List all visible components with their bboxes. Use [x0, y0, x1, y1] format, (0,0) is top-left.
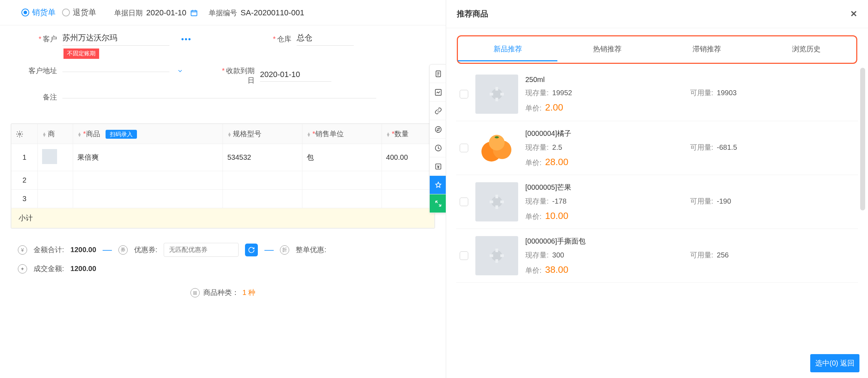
chevron-down-icon[interactable]	[177, 68, 183, 74]
svg-point-4	[435, 126, 441, 132]
radio-unselected-icon	[62, 9, 70, 16]
doc-number-field: 单据编号 SA-20200110-001	[209, 8, 305, 18]
svg-point-1	[19, 133, 21, 135]
doc-date-value: 2020-01-10	[146, 8, 187, 17]
subtotal-row: 小计	[11, 208, 435, 228]
remark-field[interactable]: 备注	[18, 92, 376, 102]
product-checkbox[interactable]	[460, 198, 468, 206]
remark-label: 备注	[43, 93, 57, 101]
product-checkbox[interactable]	[460, 144, 468, 152]
recommendation-tabs: 新品推荐 热销推荐 滞销推荐 浏览历史	[457, 35, 857, 64]
tab-slow-products[interactable]: 滞销推荐	[657, 38, 757, 61]
product-stock: 现存量:300	[525, 250, 690, 260]
customer-more-icon[interactable]: •••	[181, 35, 192, 44]
tab-browse-history[interactable]: 浏览历史	[757, 38, 856, 61]
scrollbar[interactable]	[860, 68, 865, 210]
discount-icon: 折	[280, 245, 289, 255]
list-item[interactable]: [0000005]芒果 现存量:-178 可用量:-190 单价:10.00	[456, 175, 858, 229]
product-price: 单价:2.00	[525, 102, 690, 113]
col-qty[interactable]: ▲▼*数量	[382, 124, 434, 144]
product-checkbox[interactable]	[460, 90, 468, 98]
list-item[interactable]: [0000006]手撕面包 现存量:300 可用量:256 单价:38.00	[456, 229, 858, 283]
customer-value: 苏州万达沃尔玛	[62, 32, 169, 46]
refresh-coupon-button[interactable]	[245, 244, 258, 256]
doc-number-value: SA-20200110-001	[241, 8, 305, 17]
product-checkbox[interactable]	[460, 251, 468, 260]
deal-value: 1200.00	[71, 265, 96, 273]
row-spec[interactable]: 534532	[223, 144, 302, 171]
row-unit[interactable]: 包	[302, 144, 382, 171]
product-stock: 现存量:-178	[525, 196, 690, 206]
doc-date-field[interactable]: 单据日期 2020-01-10	[114, 8, 198, 18]
calendar-icon[interactable]	[190, 9, 198, 17]
customer-badge: 不固定账期	[63, 48, 99, 59]
svg-rect-0	[191, 11, 197, 16]
rail-favorite-icon[interactable]	[430, 176, 447, 194]
side-action-rail	[429, 64, 447, 213]
minus-icon: —	[264, 244, 274, 255]
product-stock: 现存量:2.5	[525, 143, 690, 152]
address-value	[62, 70, 169, 72]
row-index: 1	[11, 144, 38, 171]
scan-input-button[interactable]: 扫码录入	[106, 130, 137, 139]
panel-title: 推荐商品	[457, 9, 488, 19]
gear-column[interactable]	[11, 124, 38, 144]
coupon-input[interactable]	[164, 243, 239, 257]
product-avail: 可用量:-190	[690, 196, 855, 206]
warehouse-field[interactable]: *仓库 总仓	[252, 32, 354, 46]
product-avail: 可用量:-681.5	[690, 143, 855, 152]
close-icon[interactable]: ✕	[850, 9, 857, 19]
bottom-product-count: ⊞ 商品种类： 1 种	[0, 281, 446, 305]
rail-currency-icon[interactable]	[430, 157, 447, 176]
rail-chart-icon[interactable]	[430, 83, 447, 102]
svg-point-11	[495, 136, 499, 138]
doc-number-label: 单据编号	[209, 8, 237, 18]
rail-notes-icon[interactable]	[430, 65, 447, 83]
product-avail: 可用量:256	[690, 250, 855, 260]
row-product[interactable]: 果倍爽	[73, 144, 223, 171]
table-row[interactable]: 2	[11, 171, 435, 190]
warehouse-value: 总仓	[297, 32, 354, 46]
address-field[interactable]: 客户地址	[18, 66, 183, 76]
table-row[interactable]: 1 果倍爽 534532 包 400.00	[11, 144, 435, 171]
table-row[interactable]: 3	[11, 190, 435, 208]
rail-receive-icon[interactable]	[430, 139, 447, 157]
rail-transfer-icon[interactable]	[430, 120, 447, 139]
sales-order-form: 销货单 退货单 单据日期 2020-01-10 单据编号 SA-20200110…	[0, 0, 446, 378]
col-product[interactable]: ▲▼*商品 扫码录入	[73, 124, 223, 144]
order-type-tabs: 销货单 退货单	[14, 4, 103, 21]
product-name: [0000005]芒果	[525, 183, 854, 192]
minus-icon: —	[103, 244, 112, 255]
row-qty[interactable]: 400.00	[382, 144, 434, 171]
col-unit[interactable]: ▲▼*销售单位	[302, 124, 382, 144]
product-name: [0000004]橘子	[525, 129, 854, 138]
list-item[interactable]: [0000004]橘子 现存量:2.5 可用量:-681.5 单价:28.00	[456, 121, 858, 175]
customer-label: 客户	[43, 35, 57, 43]
subtotal-label: 小计	[11, 208, 435, 228]
tab-new-products[interactable]: 新品推荐	[458, 38, 557, 61]
rail-link-icon[interactable]	[430, 102, 447, 120]
product-price: 单价:10.00	[525, 210, 690, 221]
tab-sales-order[interactable]: 销货单	[21, 7, 56, 18]
col-merch[interactable]: ▲▼商	[38, 124, 73, 144]
select-return-button[interactable]: 选中(0) 返回	[810, 354, 859, 372]
tab-return-order[interactable]: 退货单	[62, 7, 96, 18]
product-image-placeholder	[475, 236, 518, 275]
tab-hot-products[interactable]: 热销推荐	[557, 38, 657, 61]
product-list[interactable]: 250ml 现存量:19952 可用量:19903 单价:2.00 [00000…	[456, 67, 858, 345]
coupon-icon: 券	[118, 245, 128, 255]
amount-label: 金额合计:	[34, 245, 64, 255]
col-spec[interactable]: ▲▼规格型号	[223, 124, 302, 144]
doc-date-label: 单据日期	[114, 8, 143, 18]
customer-field[interactable]: *客户 苏州万达沃尔玛 •••	[18, 32, 192, 46]
due-date-field[interactable]: *收款到期日 2020-01-10	[215, 66, 331, 85]
doc-header: 销货单 退货单 单据日期 2020-01-10 单据编号 SA-20200110…	[0, 4, 446, 25]
product-kind-label: 商品种类：	[203, 288, 239, 297]
tab-sales-label: 销货单	[32, 7, 56, 18]
list-item[interactable]: 250ml 现存量:19952 可用量:19903 单价:2.00	[456, 67, 858, 121]
yen-icon: ¥	[18, 245, 27, 255]
product-price: 单价:38.00	[525, 264, 690, 275]
recommendation-panel: 推荐商品 ✕ 新品推荐 热销推荐 滞销推荐 浏览历史 250ml 现存量:199…	[446, 0, 868, 378]
rail-expand-icon[interactable]	[430, 194, 447, 213]
line-items-table: ▲▼商 ▲▼*商品 扫码录入 ▲▼规格型号 ▲▼*销售单位 ▲▼*数量 1	[11, 123, 435, 229]
